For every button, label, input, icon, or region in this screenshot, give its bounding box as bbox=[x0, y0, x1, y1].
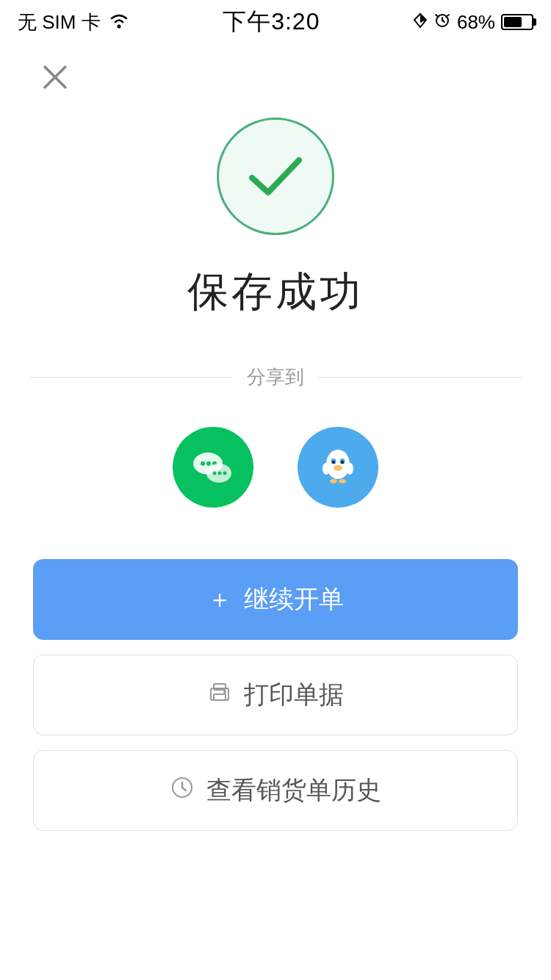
continue-order-button[interactable]: ＋ 继续开单 bbox=[33, 559, 518, 640]
print-button[interactable]: 打印单据 bbox=[33, 655, 518, 735]
svg-point-19 bbox=[341, 461, 344, 464]
close-icon bbox=[42, 64, 68, 90]
print-icon bbox=[207, 680, 232, 710]
svg-point-21 bbox=[330, 479, 337, 483]
clock-icon bbox=[170, 775, 195, 806]
close-button-row bbox=[29, 44, 522, 118]
share-label: 分享到 bbox=[247, 364, 304, 390]
qq-share-button[interactable] bbox=[298, 427, 378, 508]
history-button[interactable]: 查看销货单历史 bbox=[33, 750, 518, 831]
svg-point-18 bbox=[332, 461, 335, 464]
page-content: 保存成功 分享到 bbox=[0, 44, 551, 846]
close-button[interactable] bbox=[37, 59, 73, 96]
svg-point-10 bbox=[217, 471, 221, 475]
print-label: 打印单据 bbox=[244, 678, 344, 712]
svg-point-0 bbox=[117, 24, 120, 28]
svg-point-20 bbox=[334, 465, 342, 471]
wechat-share-button[interactable] bbox=[173, 427, 253, 508]
status-left: 无 SIM 卡 bbox=[18, 10, 130, 35]
share-divider: 分享到 bbox=[29, 364, 522, 390]
wechat-icon bbox=[190, 447, 237, 488]
location-icon bbox=[413, 11, 428, 34]
battery-icon bbox=[501, 14, 533, 30]
svg-line-29 bbox=[182, 788, 186, 790]
divider-right bbox=[319, 377, 522, 378]
wifi-icon bbox=[108, 11, 130, 34]
svg-point-11 bbox=[223, 471, 226, 475]
checkmark-icon bbox=[246, 154, 305, 198]
svg-point-5 bbox=[201, 461, 205, 466]
svg-point-15 bbox=[328, 452, 347, 477]
divider-left bbox=[29, 377, 232, 378]
plus-icon: ＋ bbox=[207, 583, 232, 616]
continue-order-label: 继续开单 bbox=[244, 583, 344, 616]
svg-point-26 bbox=[223, 691, 226, 693]
success-title: 保存成功 bbox=[187, 264, 364, 320]
svg-point-9 bbox=[212, 471, 216, 475]
history-label: 查看销货单历史 bbox=[206, 774, 381, 807]
battery-percent: 68% bbox=[457, 11, 495, 34]
history-clock-icon bbox=[170, 775, 195, 800]
qq-icon bbox=[314, 444, 362, 491]
printer-icon bbox=[207, 680, 232, 705]
status-bar: 无 SIM 卡 下午3:20 68% bbox=[0, 0, 551, 44]
time-display: 下午3:20 bbox=[223, 6, 320, 38]
share-icons-row bbox=[173, 427, 378, 508]
carrier-text: 无 SIM 卡 bbox=[18, 10, 101, 35]
svg-point-6 bbox=[206, 461, 211, 466]
alarm-icon bbox=[433, 11, 451, 34]
svg-point-22 bbox=[339, 479, 346, 483]
status-right: 68% bbox=[413, 11, 533, 34]
success-circle bbox=[217, 118, 334, 235]
svg-rect-25 bbox=[214, 694, 226, 700]
